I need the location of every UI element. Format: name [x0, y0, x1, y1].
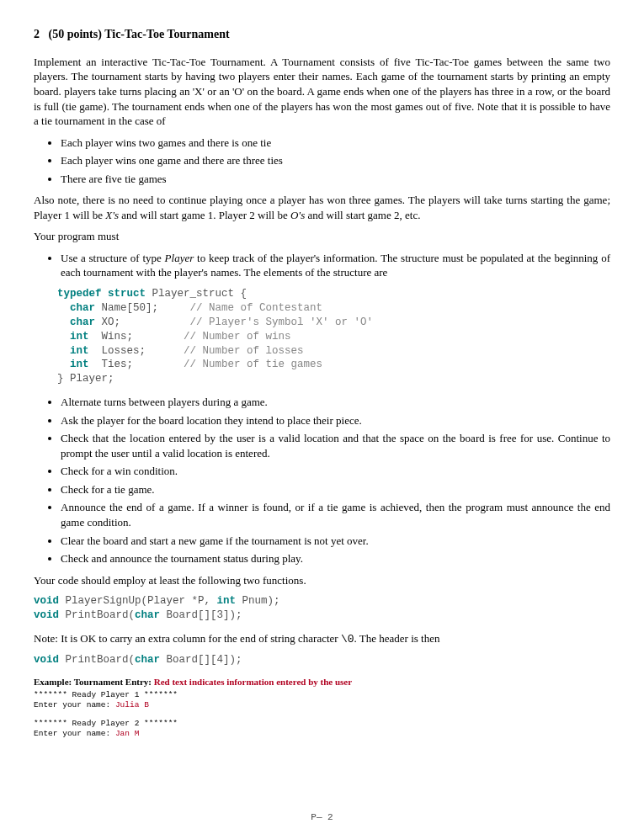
text: and will start game 1. Player 2 will be — [119, 209, 290, 221]
example-output-1: ******* Ready Player 1 ******* Enter you… — [34, 690, 610, 710]
list-item: Check and announce the tournament status… — [61, 551, 610, 566]
example-output-2: ******* Ready Player 2 ******* Enter you… — [34, 719, 610, 739]
list-item: Check that the location entered by the u… — [61, 431, 610, 460]
text: Note: It is OK to carry an extra column … — [34, 632, 341, 645]
example-red-note: Red text indicates information entered b… — [154, 677, 352, 687]
section-number: 2 — [34, 28, 40, 40]
code-struct: typedef struct Player_struct { char Name… — [57, 287, 610, 386]
code-functions: void PlayerSignUp(Player *P, int Pnum); … — [34, 594, 610, 623]
italic-text: X's — [105, 209, 119, 221]
tie-cases-list: Each player wins two games and there is … — [34, 136, 610, 187]
section-heading: 2 (50 points) Tic-Tac-Toe Tournament — [34, 27, 610, 43]
requirements-list-cont: Alternate turns between players during a… — [34, 395, 610, 566]
text: and will start game 2, etc. — [305, 209, 420, 221]
inline-code: \0 — [341, 633, 354, 646]
list-item: There are five tie games — [61, 172, 610, 187]
functions-intro: Your code should employ at least the fol… — [34, 573, 610, 588]
list-item: Use a structure of type Player to keep t… — [61, 251, 610, 280]
text: Use a structure of type — [61, 252, 165, 264]
note-paragraph: Note: It is OK to carry an extra column … — [34, 631, 610, 647]
list-item: Announce the end of a game. If a winner … — [61, 500, 610, 529]
list-item: Ask the player for the board location th… — [61, 413, 610, 428]
italic-text: O's — [290, 209, 305, 221]
list-item: Clear the board and start a new game if … — [61, 534, 610, 549]
requirements-list: Use a structure of type Player to keep t… — [34, 251, 610, 280]
section-points: (50 points) — [49, 28, 102, 40]
example-lead: Example: Tournament Entry: — [34, 677, 154, 687]
must-intro: Your program must — [34, 229, 610, 244]
intro-paragraph: Implement an interactive Tic-Tac-Toe Tou… — [34, 55, 610, 129]
example-heading: Example: Tournament Entry: Red text indi… — [34, 676, 610, 688]
list-item: Check for a tie game. — [61, 482, 610, 497]
list-item: Each player wins two games and there is … — [61, 136, 610, 151]
code-alt-header: void PrintBoard(char Board[][4]); — [34, 653, 610, 667]
also-note-paragraph: Also note, there is no need to continue … — [34, 193, 610, 222]
list-item: Each player wins one game and there are … — [61, 153, 610, 168]
italic-text: Player — [165, 252, 194, 264]
list-item: Alternate turns between players during a… — [61, 395, 610, 410]
list-item: Check for a win condition. — [61, 464, 610, 479]
text: . The header is then — [354, 632, 440, 645]
section-title-text: Tic-Tac-Toe Tournament — [104, 28, 229, 40]
